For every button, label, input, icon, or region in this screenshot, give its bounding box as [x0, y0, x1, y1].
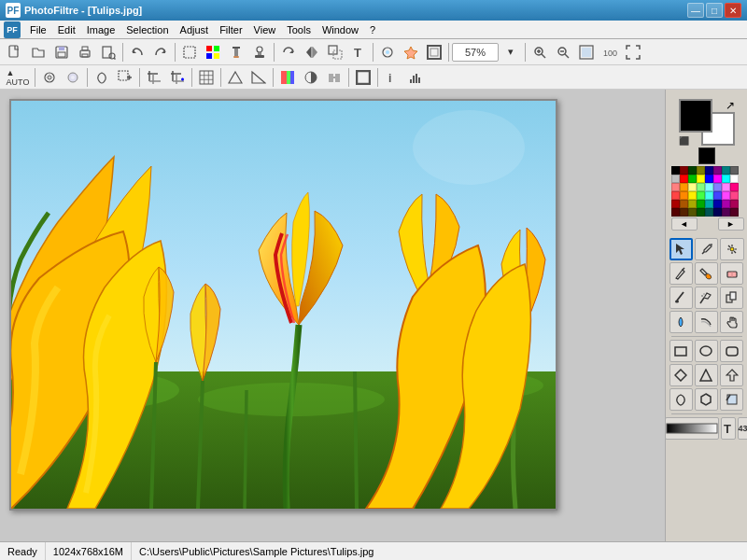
palette-cell[interactable] [705, 191, 713, 200]
fill-tool[interactable] [695, 262, 718, 285]
palette-cell[interactable] [688, 208, 697, 217]
image-cut-tool[interactable] [720, 388, 743, 411]
menu-adjust[interactable]: Adjust [175, 23, 215, 36]
palette-cell[interactable] [680, 183, 688, 191]
palette-cell[interactable] [722, 208, 730, 217]
palette-cell[interactable] [688, 175, 697, 183]
canvas-area[interactable] [0, 90, 665, 541]
palette-cell[interactable] [697, 166, 705, 175]
zoom-dropdown-button[interactable]: ▾ [500, 42, 522, 63]
palette-cell[interactable] [680, 191, 688, 200]
palette-cell[interactable] [671, 208, 680, 217]
eyedropper-tool[interactable] [695, 238, 718, 260]
undo-button[interactable] [126, 42, 148, 63]
contrast-button[interactable] [300, 67, 322, 88]
menu-help[interactable]: ? [364, 23, 381, 36]
palette-cell[interactable] [705, 200, 713, 208]
arrow-shape-tool[interactable] [720, 364, 743, 386]
clone-tool[interactable] [720, 287, 743, 309]
auto-level-button[interactable]: ▲AUTO [4, 67, 32, 88]
palette-cell[interactable] [713, 200, 722, 208]
brush-btn[interactable] [225, 42, 247, 63]
histogram-button[interactable] [404, 67, 427, 88]
maximize-button[interactable]: □ [706, 3, 723, 18]
zoom-100-button[interactable]: 100 [599, 42, 621, 63]
palette-cell[interactable] [697, 191, 705, 200]
palette-cell[interactable] [705, 175, 713, 183]
palette-cell[interactable] [722, 183, 730, 191]
hand-tool[interactable] [720, 311, 743, 333]
blur-button[interactable] [62, 67, 84, 88]
rotate-button[interactable] [277, 42, 300, 63]
special-button[interactable] [323, 67, 345, 88]
palette-cell[interactable] [688, 183, 697, 191]
foreground-color-swatch[interactable] [679, 99, 712, 133]
select-rect-button[interactable] [178, 42, 201, 63]
palette-cell[interactable] [713, 191, 722, 200]
resize-button[interactable] [324, 42, 346, 63]
palette-cell[interactable] [730, 183, 739, 191]
save-button[interactable] [50, 42, 73, 63]
pencil-tool[interactable] [669, 262, 693, 285]
palette-cell[interactable] [730, 166, 739, 175]
palette-cell[interactable] [697, 200, 705, 208]
effect2-button[interactable] [400, 42, 422, 63]
menu-window[interactable]: Window [317, 23, 364, 36]
stamp-button[interactable] [248, 42, 271, 63]
reset-colors-icon[interactable]: ⬛ [679, 136, 689, 146]
menu-selection[interactable]: Selection [120, 23, 174, 36]
effect1-button[interactable] [376, 42, 399, 63]
smudge-tool[interactable] [695, 311, 718, 333]
rounded-rect-tool[interactable] [720, 340, 743, 362]
ellipse-shape-tool[interactable] [695, 340, 718, 362]
palette-cell[interactable] [722, 166, 730, 175]
palette-cell[interactable] [680, 208, 688, 217]
close-button[interactable]: ✕ [725, 3, 741, 18]
grid-button[interactable] [195, 67, 218, 88]
palette-cell[interactable] [722, 191, 730, 200]
dropper-tool[interactable] [669, 311, 693, 333]
new-button[interactable] [4, 42, 26, 63]
crop-btn[interactable] [143, 67, 165, 88]
palette-cell[interactable] [730, 208, 739, 217]
frame2-button[interactable] [352, 67, 374, 88]
palette-cell[interactable] [713, 175, 722, 183]
palette-cell[interactable] [722, 200, 730, 208]
palette-cell[interactable] [730, 200, 739, 208]
print2-button[interactable] [97, 42, 120, 63]
palette-cell[interactable] [713, 183, 722, 191]
palette-cell[interactable] [671, 191, 680, 200]
minimize-button[interactable]: — [687, 3, 704, 18]
menu-filter[interactable]: Filter [214, 23, 247, 36]
add-selection-button[interactable] [114, 67, 136, 88]
eraser-tool[interactable] [720, 262, 743, 285]
brush-tool[interactable] [669, 287, 693, 309]
crop-add-button[interactable] [166, 67, 189, 88]
palette-cell[interactable] [688, 191, 697, 200]
palette-cell[interactable] [671, 166, 680, 175]
redo-button[interactable] [149, 42, 172, 63]
color-balance-button[interactable] [276, 67, 299, 88]
palette-cell[interactable] [705, 183, 713, 191]
color-button[interactable] [202, 42, 224, 63]
magic-wand-tool[interactable] [720, 238, 743, 260]
menu-image[interactable]: Image [81, 23, 121, 36]
palette-cell[interactable] [697, 175, 705, 183]
triangle1-btn[interactable] [224, 67, 247, 88]
gradient-tool[interactable] [665, 417, 719, 440]
number-tool[interactable]: 43 [738, 417, 748, 440]
palette-cell[interactable] [671, 200, 680, 208]
menu-view[interactable]: View [248, 23, 282, 36]
open-button[interactable] [27, 42, 49, 63]
palette-cell[interactable] [671, 183, 680, 191]
sharpen-button[interactable] [38, 67, 61, 88]
palette-cell[interactable] [671, 175, 680, 183]
palette-cell[interactable] [688, 166, 697, 175]
diamond-shape-tool[interactable] [669, 364, 693, 386]
select-tool[interactable] [669, 238, 693, 260]
info-button[interactable]: i [381, 67, 403, 88]
menu-edit[interactable]: Edit [52, 23, 81, 36]
palette-cell[interactable] [722, 175, 730, 183]
zoom-input[interactable]: 57% [452, 43, 499, 62]
swap-colors-icon[interactable]: ↗ [726, 99, 735, 112]
